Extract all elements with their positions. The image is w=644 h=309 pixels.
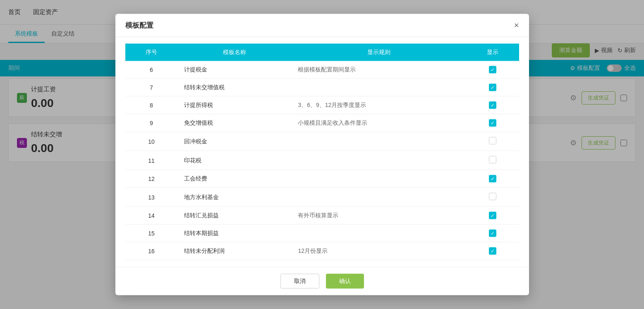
row-checkbox-13[interactable]	[489, 193, 496, 200]
row-rule	[291, 132, 466, 151]
row-checkbox-10[interactable]	[489, 137, 496, 145]
row-checkbox-cell: ✓	[467, 61, 519, 79]
row-id: 6	[125, 61, 178, 79]
row-checkbox-cell: ✓	[467, 96, 519, 114]
table-row: 6计提税金根据模板配置期间显示✓	[125, 61, 519, 79]
row-checkbox-cell: ✓	[467, 78, 519, 96]
row-name: 计提税金	[177, 61, 291, 79]
row-id: 14	[125, 207, 178, 224]
row-rule	[291, 224, 466, 242]
col-header-name: 模板名称	[177, 44, 291, 61]
row-name: 结转未分配利润	[177, 242, 291, 260]
table-row: 12工会经费✓	[125, 170, 519, 188]
row-id: 11	[125, 151, 178, 170]
dialog-body[interactable]: 序号 模板名称 显示规则 显示 6计提税金根据模板配置期间显示✓7结转未交增值税…	[115, 37, 529, 267]
row-checkbox-cell: ✓	[467, 224, 519, 242]
table-body: 6计提税金根据模板配置期间显示✓7结转未交增值税✓8计提所得税3、6、9、12月…	[125, 61, 519, 260]
row-checkbox-cell: ✓	[467, 114, 519, 132]
row-id: 15	[125, 224, 178, 242]
row-name: 结转汇兑损益	[177, 207, 291, 224]
table-row: 13地方水利基金	[125, 188, 519, 207]
row-rule: 12月份显示	[291, 242, 466, 260]
row-id: 9	[125, 114, 178, 132]
row-name: 结转未交增值税	[177, 78, 291, 96]
row-name: 地方水利基金	[177, 188, 291, 207]
row-checkbox-8[interactable]: ✓	[489, 102, 496, 109]
row-rule: 3、6、9、12月按季度显示	[291, 96, 466, 114]
row-checkbox-11[interactable]	[489, 156, 496, 164]
table-row: 10回冲税金	[125, 132, 519, 151]
template-config-dialog: 模板配置 × 序号 模板名称 显示规则 显示 6计提税金根据模板配置期间显示✓7…	[115, 14, 529, 295]
cancel-button[interactable]: 取消	[280, 274, 319, 289]
row-checkbox-9[interactable]: ✓	[489, 119, 496, 127]
row-checkbox-12[interactable]: ✓	[489, 175, 496, 183]
row-checkbox-cell: ✓	[467, 242, 519, 260]
row-name: 计提所得税	[177, 96, 291, 114]
table-row: 9免交增值税小规模且满足收入条件显示✓	[125, 114, 519, 132]
row-id: 8	[125, 96, 178, 114]
row-id: 12	[125, 170, 178, 188]
dialog-header: 模板配置 ×	[115, 14, 529, 37]
row-name: 回冲税金	[177, 132, 291, 151]
row-rule: 有外币核算显示	[291, 207, 466, 224]
row-checkbox-14[interactable]: ✓	[489, 212, 496, 219]
col-header-rule: 显示规则	[291, 44, 466, 61]
table-header: 序号 模板名称 显示规则 显示	[125, 44, 519, 61]
col-header-show: 显示	[467, 44, 519, 61]
col-header-id: 序号	[125, 44, 178, 61]
dialog-footer: 取消 确认	[115, 267, 529, 295]
row-name: 印花税	[177, 151, 291, 170]
row-checkbox-cell	[467, 132, 519, 151]
row-checkbox-7[interactable]: ✓	[489, 84, 496, 91]
row-rule	[291, 188, 466, 207]
dialog-close-button[interactable]: ×	[514, 21, 519, 30]
row-id: 16	[125, 242, 178, 260]
row-checkbox-cell	[467, 188, 519, 207]
row-checkbox-cell: ✓	[467, 207, 519, 224]
row-name: 免交增值税	[177, 114, 291, 132]
row-rule	[291, 151, 466, 170]
row-checkbox-cell: ✓	[467, 170, 519, 188]
confirm-button[interactable]: 确认	[326, 274, 364, 289]
row-checkbox-6[interactable]: ✓	[489, 66, 496, 74]
row-rule	[291, 78, 466, 96]
table-row: 11印花税	[125, 151, 519, 170]
row-name: 工会经费	[177, 170, 291, 188]
table-row: 7结转未交增值税✓	[125, 78, 519, 96]
table-row: 15结转本期损益✓	[125, 224, 519, 242]
row-rule: 根据模板配置期间显示	[291, 61, 466, 79]
row-id: 10	[125, 132, 178, 151]
row-name: 结转本期损益	[177, 224, 291, 242]
config-table: 序号 模板名称 显示规则 显示 6计提税金根据模板配置期间显示✓7结转未交增值税…	[125, 44, 519, 260]
row-checkbox-16[interactable]: ✓	[489, 247, 496, 255]
table-row: 16结转未分配利润12月份显示✓	[125, 242, 519, 260]
table-row: 8计提所得税3、6、9、12月按季度显示✓	[125, 96, 519, 114]
row-id: 7	[125, 78, 178, 96]
row-rule	[291, 170, 466, 188]
table-row: 14结转汇兑损益有外币核算显示✓	[125, 207, 519, 224]
row-checkbox-cell	[467, 151, 519, 170]
dialog-title: 模板配置	[125, 21, 153, 30]
row-checkbox-15[interactable]: ✓	[489, 230, 496, 237]
row-id: 13	[125, 188, 178, 207]
row-rule: 小规模且满足收入条件显示	[291, 114, 466, 132]
